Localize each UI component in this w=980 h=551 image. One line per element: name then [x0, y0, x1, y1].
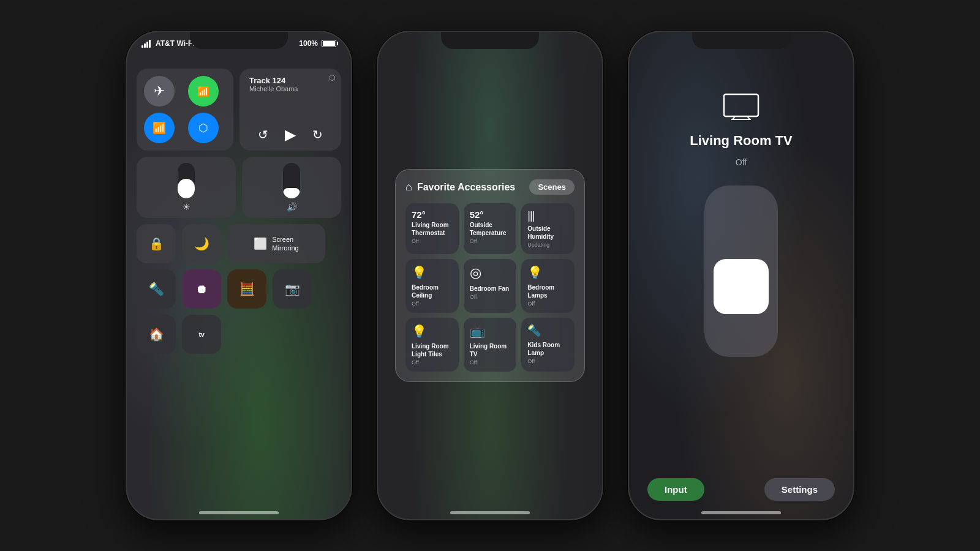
tile-name: Living Room Thermostat [412, 221, 453, 237]
tile-status: Updating [527, 242, 568, 248]
accessory-tile-thermostat[interactable]: 72° Living Room Thermostat Off [405, 203, 459, 254]
homekit-header: ⌂ Favorite Accessories Scenes [405, 179, 575, 195]
volume-down-button-3[interactable] [628, 179, 629, 216]
homekit-title: Favorite Accessories [417, 182, 515, 193]
volume-slider[interactable]: 🔊 [242, 157, 341, 218]
tile-name: Bedroom Ceiling [412, 283, 453, 299]
bluetooth-button[interactable]: ⬡ [188, 113, 219, 143]
tile-name: Bedroom Fan [470, 285, 511, 293]
volume-down-button-2[interactable] [377, 179, 378, 216]
tile-status: Off [412, 359, 453, 365]
music-artist: Michelle Obama [249, 85, 331, 92]
volume-up-button[interactable] [126, 136, 127, 173]
input-button[interactable]: Input [647, 478, 704, 501]
tv-icon-area: Living Room TV Off [690, 93, 792, 167]
accessory-tile-bedroom-lamps[interactable]: 💡 Bedroom Lamps Off [521, 259, 575, 313]
tile-name: Outside Temperature [470, 221, 511, 237]
tv-remote-button[interactable] [714, 259, 769, 314]
tile-status: Off [470, 238, 511, 244]
calculator-button[interactable]: 🧮 [227, 269, 266, 309]
signal-icon [141, 40, 151, 48]
camera-button[interactable]: 📷 [273, 269, 312, 309]
volume-icon: 🔊 [287, 202, 297, 212]
tile-value: 72° [412, 209, 453, 220]
tile-icon: ◎ [470, 265, 511, 281]
accessory-tile-lr-tv[interactable]: 📺 Living Room TV Off [464, 318, 517, 372]
tv-device-name: Living Room TV [690, 133, 792, 149]
tv-action-buttons: Input Settings [629, 478, 853, 501]
carrier-label: AT&T Wi-Fi [156, 39, 195, 48]
tile-status: Off [412, 238, 453, 244]
tile-status: Off [527, 358, 568, 364]
accessory-tile-humidity[interactable]: ||| Outside Humidity Updating [521, 203, 575, 254]
notch-2 [441, 32, 539, 49]
home-icon: ⌂ [405, 181, 412, 193]
brightness-icon: ☀ [183, 202, 190, 212]
notch-3 [692, 32, 790, 49]
power-button-2[interactable] [602, 142, 603, 191]
tile-name: Bedroom Lamps [527, 283, 568, 299]
wifi-button[interactable]: 📶 [144, 113, 175, 143]
tile-name: Outside Humidity [527, 225, 568, 241]
tv-remote-visual [704, 186, 778, 357]
home-app-button[interactable]: 🏠 [137, 315, 176, 354]
notch-1 [190, 32, 288, 49]
rotation-lock-button[interactable]: 🔒 [137, 224, 176, 263]
tile-icon: 📺 [470, 324, 511, 339]
tile-icon: 🔦 [527, 324, 568, 337]
scenes-button[interactable]: Scenes [529, 179, 575, 195]
home-indicator-2 [450, 511, 530, 514]
volume-up-button-3[interactable] [628, 136, 629, 173]
accessory-tile-outside-temp[interactable]: 52° Outside Temperature Off [464, 203, 517, 254]
tile-name: Living Room Light Tiles [412, 342, 453, 358]
airplay-icon[interactable]: ⬡ [329, 73, 335, 82]
svg-rect-0 [724, 94, 758, 116]
settings-button[interactable]: Settings [764, 478, 835, 501]
apple-tv-button[interactable]: tv [182, 315, 221, 354]
accessory-tile-lr-light-tiles[interactable]: 💡 Living Room Light Tiles Off [405, 318, 459, 372]
cellular-button[interactable]: 📶 [188, 76, 219, 107]
tile-status: Off [470, 359, 511, 365]
accessory-tile-kids-lamp[interactable]: 🔦 Kids Room Lamp Off [521, 318, 575, 372]
music-play-button[interactable]: ▶ [285, 126, 296, 143]
homekit-panel: ⌂ Favorite Accessories Scenes 72° Living… [395, 169, 585, 382]
power-button-3[interactable] [853, 142, 854, 191]
tv-device-status: Off [736, 157, 747, 167]
accessory-tile-bedroom-fan[interactable]: ◎ Bedroom Fan Off [464, 259, 517, 313]
accessory-tile-bedroom-ceiling[interactable]: 💡 Bedroom Ceiling Off [405, 259, 459, 313]
tile-status: Off [412, 301, 453, 307]
tv-device-icon [723, 93, 760, 121]
home-indicator-3 [701, 511, 781, 514]
airplane-mode-button[interactable]: ✈ [144, 76, 175, 107]
screen-mirroring-button[interactable]: ⬜ ScreenMirroring [227, 224, 325, 263]
tile-name: Living Room TV [470, 342, 511, 358]
music-panel: ⬡ Track 124 Michelle Obama ↺ ▶ ↻ [239, 69, 341, 151]
connectivity-panel: ✈ 📶 📶 ⬡ [137, 69, 233, 151]
tv-detail-container: Living Room TV Off [629, 69, 853, 519]
screen-mirror-label: ScreenMirroring [272, 235, 298, 253]
accessories-grid: 72° Living Room Thermostat Off 52° Outsi… [405, 203, 575, 372]
phone-control-center: AT&T Wi-Fi 100% ✈ 📶 📶 ⬡ ⬡ [126, 31, 352, 520]
tile-value: 52° [470, 209, 511, 220]
music-next-button[interactable]: ↻ [312, 127, 323, 142]
do-not-disturb-button[interactable]: 🌙 [182, 224, 221, 263]
volume-up-button-2[interactable] [377, 136, 378, 173]
brightness-slider[interactable]: ☀ [137, 157, 236, 218]
music-track: Track 124 [249, 76, 331, 85]
tile-icon: 💡 [412, 265, 453, 280]
tile-name: Kids Room Lamp [527, 341, 568, 357]
tile-icon: 💡 [412, 324, 453, 339]
tile-status: Off [527, 301, 568, 307]
screen-record-button[interactable]: ⏺ [182, 269, 221, 309]
phone-tv-detail: Living Room TV Off Input Settings [628, 31, 854, 520]
battery-percent: 100% [299, 39, 318, 48]
flashlight-button[interactable]: 🔦 [137, 269, 176, 309]
screen-mirror-icon: ⬜ [254, 237, 267, 250]
volume-down-button[interactable] [126, 179, 127, 216]
home-indicator-1 [199, 511, 279, 514]
power-button[interactable] [351, 142, 352, 191]
humidity-icon: ||| [527, 209, 568, 222]
music-prev-button[interactable]: ↺ [258, 127, 268, 142]
tile-icon: 💡 [527, 265, 568, 280]
tile-status: Off [470, 294, 511, 300]
